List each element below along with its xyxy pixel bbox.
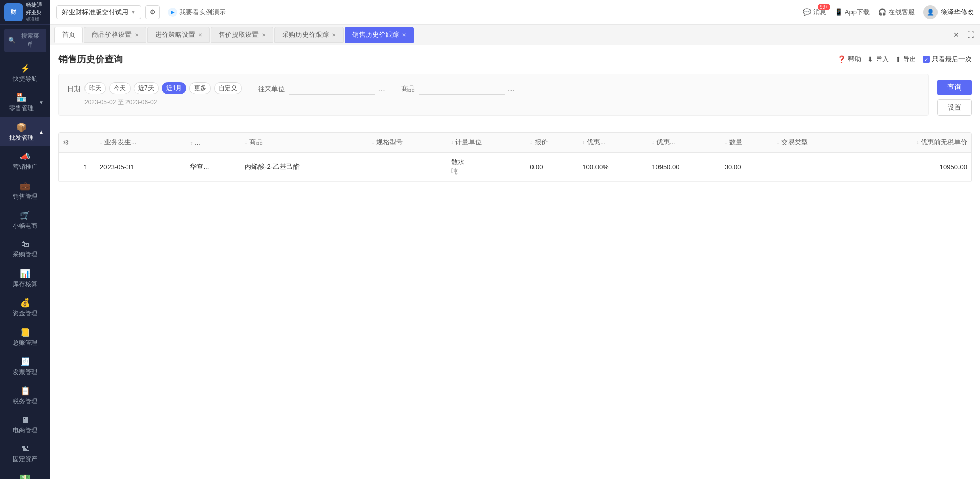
demo-button[interactable]: ▶ 我要看实例演示	[164, 6, 230, 19]
sidebar-item-quick-nav[interactable]: ⚡ 快捷导航	[0, 58, 50, 88]
row-qty-cell: 30.00	[720, 153, 773, 182]
table-row[interactable]: 1 2023-05-31 华查... 丙烯酸-2-乙基己酯 散水 吨 0.00 …	[59, 153, 971, 182]
app-download-button[interactable]: 📱 App下载	[835, 8, 870, 17]
sidebar-item-wholesale[interactable]: 📦 批发管理 ▲	[0, 117, 50, 146]
module-selector[interactable]: 好业财标准版交付试用 ▼	[56, 5, 141, 19]
tab-close-price-extract[interactable]: ✕	[262, 32, 266, 38]
col-pretax-price: ↕ 优惠前无税单价	[852, 133, 971, 153]
source-unit-dots[interactable]: ...	[378, 84, 385, 93]
marketing-icon: 📣	[20, 151, 30, 161]
sort-discount-pct-icon: ↕	[582, 140, 585, 145]
sort-qty-icon: ↕	[725, 140, 727, 145]
only-last-checkbox[interactable]: ✓ 只看最后一次	[923, 55, 972, 64]
date-btn-custom[interactable]: 自定义	[214, 82, 242, 94]
query-button[interactable]: 查询	[937, 80, 972, 95]
sidebar-item-retail[interactable]: 🏪 零售管理 ▼	[0, 88, 50, 117]
date-btn-more[interactable]: 更多	[189, 82, 211, 94]
window-controls: ✕ ⛶	[951, 30, 976, 40]
user-menu-button[interactable]: 👤 徐泽华修改	[923, 5, 974, 19]
product-dots[interactable]: ...	[508, 84, 515, 93]
sidebar-item-inventory[interactable]: 📊 库存核算	[0, 264, 50, 293]
export-button[interactable]: ⬆ 导出	[895, 55, 917, 64]
wholesale-icon: 📦	[16, 122, 27, 132]
sidebar-item-marketing[interactable]: 📣 营销推广	[0, 146, 50, 176]
help-button[interactable]: ❓ 帮助	[837, 55, 861, 64]
product-input-group: ...	[419, 82, 515, 95]
window-maximize-button[interactable]: ⛶	[966, 30, 976, 40]
table-container: ⚙ ↕ 业务发生... ↕ ...	[58, 132, 972, 182]
tab-sales-history[interactable]: 销售历史价跟踪 ✕	[345, 27, 414, 43]
table-header-row: ⚙ ↕ 业务发生... ↕ ...	[59, 133, 971, 153]
row-unit-cell: 散水 吨	[447, 153, 526, 182]
tab-close-sales-history[interactable]: ✕	[402, 32, 406, 38]
col-trans-type: ↕ 交易类型	[773, 133, 852, 153]
main-area: 好业财标准版交付试用 ▼ ⚙ ▶ 我要看实例演示 💬 消息 99+	[50, 0, 980, 479]
sidebar-item-ec-mgmt[interactable]: 🖥 电商管理	[0, 410, 50, 439]
module-settings-button[interactable]: ⚙	[145, 5, 160, 19]
sidebar-item-salary[interactable]: 💵 工资	[0, 468, 50, 479]
date-btn-7days[interactable]: 近7天	[134, 82, 159, 94]
assets-icon: 🏗	[21, 444, 29, 453]
retail-icon: 🏪	[16, 93, 27, 102]
product-filter-group: 商品 ...	[401, 82, 515, 95]
logo-badge: 标准版	[26, 16, 46, 23]
tab-home[interactable]: 首页	[54, 27, 83, 43]
date-options: 昨天 今天 近7天 近1月 更多 自定义 2023-05-02 至 2023-0…	[84, 82, 242, 107]
tab-purchase-history[interactable]: 采购历史价跟踪 ✕	[274, 27, 344, 43]
sidebar-item-ledger[interactable]: 📒 总账管理	[0, 322, 50, 352]
sales-icon: 💼	[20, 181, 30, 191]
window-close-button[interactable]: ✕	[951, 30, 962, 40]
sort-spec-icon: ↕	[372, 140, 374, 145]
search-menu-button[interactable]: 🔍 搜索菜单	[4, 29, 46, 52]
tab-price-settings[interactable]: 商品价格设置 ✕	[84, 27, 146, 43]
date-range-display: 2023-05-02 至 2023-06-02	[84, 98, 242, 107]
sidebar-item-tax[interactable]: 📋 税务管理	[0, 381, 50, 410]
date-btn-yesterday[interactable]: 昨天	[84, 82, 106, 94]
row-seq-cell: 1	[75, 153, 96, 182]
date-btn-today[interactable]: 今天	[109, 82, 131, 94]
export-icon: ⬆	[895, 55, 901, 63]
source-unit-label: 往来单位	[258, 82, 285, 94]
source-unit-input[interactable]	[289, 82, 375, 95]
sidebar-item-purchase[interactable]: 🛍 采购管理	[0, 234, 50, 263]
sidebar-item-small-ecommerce[interactable]: 🛒 小畅电商	[0, 205, 50, 234]
col-seq	[75, 133, 96, 153]
col-settings-icon[interactable]: ⚙	[63, 139, 69, 146]
data-table: ⚙ ↕ 业务发生... ↕ ...	[59, 133, 971, 182]
topbar-module: 好业财标准版交付试用 ▼ ⚙ ▶ 我要看实例演示	[56, 5, 799, 19]
logo-text: 畅捷通好业财	[26, 1, 46, 17]
page-header: 销售历史价查询 ❓ 帮助 ⬇ 导入 ⬆ 导出 ✓	[58, 53, 972, 66]
tab-purchase-strategy[interactable]: 进价策略设置 ✕	[147, 27, 210, 43]
page-content: 销售历史价查询 ❓ 帮助 ⬇ 导入 ⬆ 导出 ✓	[50, 45, 980, 479]
tabbar: 首页 商品价格设置 ✕ 进价策略设置 ✕ 售价提取设置 ✕ 采购历史价跟踪 ✕ …	[50, 25, 980, 45]
tax-icon: 📋	[20, 386, 30, 396]
tab-close-purchase-history[interactable]: ✕	[332, 32, 336, 38]
tab-price-extract[interactable]: 售价提取设置 ✕	[211, 27, 273, 43]
demo-icon: ▶	[168, 8, 177, 17]
col-extra: ↕ ...	[186, 133, 241, 153]
import-button[interactable]: ⬇ 导入	[867, 55, 889, 64]
sidebar-item-finance[interactable]: 💰 资金管理	[0, 293, 50, 322]
sort-extra-icon: ↕	[190, 140, 193, 146]
page-title: 销售历史价查询	[58, 53, 123, 66]
online-service-button[interactable]: 🎧 在线客服	[878, 8, 915, 17]
sort-list-price-icon: ↕	[530, 140, 532, 145]
source-unit-input-group: ...	[289, 82, 385, 95]
tab-close-price-settings[interactable]: ✕	[135, 32, 139, 38]
messages-button[interactable]: 💬 消息 99+	[803, 8, 826, 17]
settings-button[interactable]: 设置	[937, 99, 972, 116]
sidebar-item-invoice[interactable]: 🧾 发票管理	[0, 352, 50, 381]
col-list-price: ↕ 报价	[526, 133, 578, 153]
filter-row: 日期 昨天 今天 近7天 近1月 更多 自定义 2023-05-02 至 202…	[58, 74, 972, 124]
date-btn-1month[interactable]: 近1月	[162, 82, 187, 94]
sidebar-item-sales[interactable]: 💼 销售管理	[0, 176, 50, 205]
product-input[interactable]	[419, 82, 505, 95]
messages-badge: 99+	[818, 4, 830, 10]
module-settings-icon: ⚙	[150, 8, 156, 16]
tab-close-purchase-strategy[interactable]: ✕	[198, 32, 202, 38]
sort-product-icon: ↕	[245, 140, 247, 145]
sidebar-item-assets[interactable]: 🏗 固定资产	[0, 439, 50, 468]
col-discount-pct: ↕ 优惠...	[578, 133, 648, 153]
sort-unit-icon: ↕	[451, 140, 454, 145]
row-pretax-price-cell: 10950.00	[852, 153, 971, 182]
